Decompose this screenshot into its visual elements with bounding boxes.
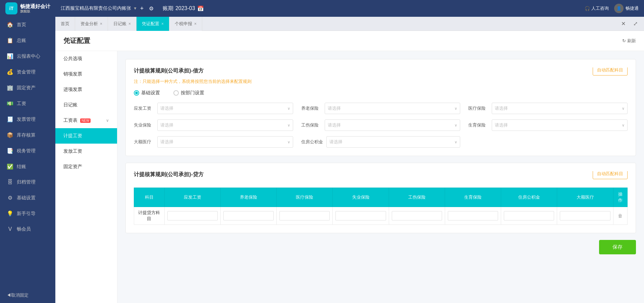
sidebar-item-invoice[interactable]: 🧾 发票管理 — [0, 111, 55, 127]
sidebar-item-home[interactable]: 🏠 首页 — [0, 17, 55, 33]
tab-home[interactable]: 首页 — [55, 17, 75, 31]
sidebar-item-archive[interactable]: 🗄 归档管理 — [0, 174, 55, 190]
td-gongshang — [389, 207, 445, 225]
save-button[interactable]: 保存 — [599, 240, 636, 254]
sidebar-item-guide[interactable]: 💡 新手引导 — [0, 206, 55, 221]
reports-icon: 📊 — [7, 53, 13, 59]
tab-tax-close[interactable]: × — [194, 21, 197, 26]
cancel-fixed-button[interactable]: ◀取消固定 — [0, 288, 55, 303]
td-daeyiliao — [557, 207, 613, 225]
td-zhufang — [501, 207, 557, 225]
nav-item-payroll-group[interactable]: 工资表 NEW ∨ — [55, 113, 117, 128]
support-button[interactable]: 🎧 人工咨询 — [585, 5, 609, 11]
sidebar-item-inventory[interactable]: 📦 库存核算 — [0, 127, 55, 143]
close-tab-button[interactable]: ✕ — [619, 19, 628, 29]
radio-department[interactable]: 按部门设置 — [173, 90, 204, 96]
tab-journal[interactable]: 日记账 × — [108, 17, 137, 31]
select-yiliao[interactable]: 请选择 ∨ — [492, 103, 628, 114]
tab-funds-close[interactable]: × — [100, 21, 102, 26]
member-icon: V — [7, 226, 13, 232]
form-item-yanglao: 养老保险 请选择 ∨ — [301, 103, 461, 114]
form-item-yingfa: 应发工资 请选择 ∨ — [134, 103, 293, 114]
user-area[interactable]: 👤 畅捷通 — [614, 4, 639, 13]
th-subject: 科目 — [134, 188, 165, 207]
settings-icon[interactable]: ⚙ — [147, 4, 156, 13]
input-zhufang[interactable] — [504, 211, 554, 220]
sidebar-label-inventory: 库存核算 — [17, 132, 36, 138]
sidebar-item-ledger[interactable]: 📋 总账 — [0, 33, 55, 48]
radio-department-circle — [173, 90, 179, 96]
debit-section-title: 计提核算规则(公司承担)-借方 — [134, 67, 628, 74]
placeholder-yanglao: 请选择 — [328, 105, 341, 111]
refresh-icon: ↻ — [622, 38, 626, 43]
nav-item-payroll-calc[interactable]: 计提工资 — [55, 128, 117, 144]
debit-section: 自动匹配科目 计提核算规则(公司承担)-借方 注：只能选择一种方式，系统将按照您… — [125, 59, 636, 156]
input-yanglao[interactable] — [223, 211, 274, 220]
delete-row-button[interactable]: 🗑 — [618, 213, 623, 218]
input-shengyu[interactable] — [448, 211, 498, 220]
select-yingfa[interactable]: 请选择 ∨ — [157, 103, 293, 114]
ledger-icon: 📋 — [7, 37, 13, 44]
label-zhufang: 住房公积金 — [301, 139, 323, 145]
sidebar-item-member[interactable]: V 畅会员 — [0, 221, 55, 237]
sidebar-item-settings[interactable]: ⚙ 基础设置 — [0, 190, 55, 206]
select-shengyu[interactable]: 请选择 ∨ — [492, 119, 628, 131]
tab-bar-actions: ✕ ⤢ — [619, 19, 644, 29]
nav-item-purchase[interactable]: 进项发票 — [55, 82, 117, 97]
sidebar-item-closing[interactable]: ✅ 结账 — [0, 159, 55, 174]
sidebar-item-funds[interactable]: 💰 资金管理 — [0, 64, 55, 80]
th-action: 操作 — [613, 188, 627, 207]
radio-basic-label: 基础设置 — [141, 90, 160, 96]
period-label: 账期 — [163, 5, 173, 12]
tab-journal-close[interactable]: × — [128, 21, 131, 26]
th-zhufang: 住房公积金 — [501, 188, 557, 207]
tab-journal-label: 日记账 — [113, 21, 126, 27]
th-shengyu: 生育保险 — [445, 188, 501, 207]
nav-item-public[interactable]: 公共选项 — [55, 51, 117, 66]
input-shiye[interactable] — [335, 211, 386, 220]
top-bar-actions: 🎧 人工咨询 👤 畅捷通 — [585, 4, 639, 13]
input-yiliao[interactable] — [279, 211, 330, 220]
form-item-daeyiliao: 大额医疗 请选择 ∨ — [134, 136, 293, 148]
add-tab-button[interactable]: + — [137, 4, 147, 13]
input-yingfa[interactable] — [167, 211, 218, 220]
tab-voucher[interactable]: 凭证配置 × — [137, 17, 169, 31]
sidebar-item-salary[interactable]: 💵 工资 — [0, 96, 55, 111]
td-yiliao — [277, 207, 333, 225]
select-yanglao[interactable]: 请选择 ∨ — [325, 103, 461, 114]
tab-bar: 首页 资金分析 × 日记账 × 凭证配置 × 个税申报 × ✕ ⤢ — [55, 17, 644, 31]
salary-icon: 💵 — [7, 100, 13, 107]
refresh-button[interactable]: ↻ 刷新 — [622, 38, 636, 44]
input-gongshang[interactable] — [392, 211, 442, 220]
expand-button[interactable]: ⤢ — [631, 19, 640, 29]
headset-icon: 🎧 — [585, 6, 590, 11]
th-yiliao: 医疗保险 — [277, 188, 333, 207]
select-shiye[interactable]: 请选择 ∨ — [157, 119, 293, 131]
sidebar: 🏠 首页 📋 总账 📊 云报表中心 💰 资金管理 🏢 固定资产 💵 工资 🧾 发… — [0, 17, 55, 303]
chevron-down-icon: ∨ — [622, 123, 625, 128]
sidebar-item-tax[interactable]: 📑 税务管理 — [0, 143, 55, 159]
sidebar-item-assets[interactable]: 🏢 固定资产 — [0, 80, 55, 96]
radio-basic[interactable]: 基础设置 — [134, 90, 160, 96]
nav-item-fixed-assets[interactable]: 固定资产 — [55, 159, 117, 174]
tab-funds[interactable]: 资金分析 × — [75, 17, 108, 31]
nav-item-journal[interactable]: 日记账 — [55, 97, 117, 113]
nav-label-purchase: 进项发票 — [63, 87, 82, 93]
funds-icon: 💰 — [7, 69, 13, 75]
nav-item-payroll-pay[interactable]: 发放工资 — [55, 144, 117, 159]
radio-department-label: 按部门设置 — [181, 90, 204, 96]
tab-tax[interactable]: 个税申报 × — [169, 17, 202, 31]
sidebar-item-reports[interactable]: 📊 云报表中心 — [0, 48, 55, 64]
debit-auto-match-button[interactable]: 自动匹配科目 — [593, 67, 628, 75]
calendar-icon[interactable]: 📅 — [197, 5, 204, 12]
company-selector[interactable]: 江西服宝精品有限责任公司内账张 ▼ — [61, 5, 137, 11]
select-gongshang[interactable]: 请选择 ∨ — [325, 119, 461, 131]
select-zhufang[interactable]: 请选择 ∨ — [326, 136, 461, 148]
credit-auto-match-button[interactable]: 自动匹配科目 — [593, 171, 628, 179]
input-daeyiliao[interactable] — [560, 211, 610, 220]
page-header: 凭证配置 ↻ 刷新 — [55, 31, 644, 51]
select-daeyiliao[interactable]: 请选择 ∨ — [157, 136, 293, 148]
placeholder-yingfa: 请选择 — [160, 105, 173, 111]
tab-voucher-close[interactable]: × — [161, 21, 164, 26]
nav-item-sales[interactable]: 销项发票 — [55, 66, 117, 82]
